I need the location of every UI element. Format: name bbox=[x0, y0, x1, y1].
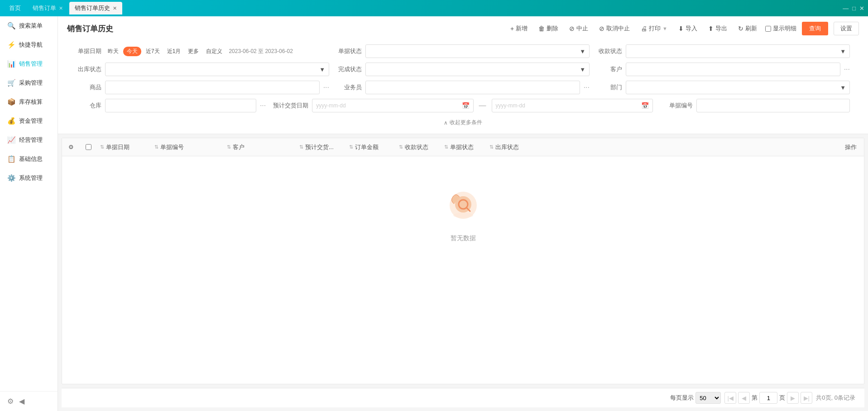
new-button[interactable]: + 新增 bbox=[508, 23, 530, 34]
close-window-button[interactable]: ✕ bbox=[859, 5, 864, 12]
delivery-date-start[interactable]: yyyy-mm-dd 📅 bbox=[312, 99, 473, 112]
settings-button[interactable]: 设置 bbox=[834, 22, 859, 35]
sidebar-item-finance[interactable]: 💰 资金管理 bbox=[0, 111, 58, 131]
complete-status-select[interactable]: ▼ bbox=[365, 63, 590, 76]
th-date[interactable]: ⇅ 单据日期 bbox=[96, 143, 151, 151]
next-page-button[interactable]: ▶ bbox=[787, 392, 799, 404]
show-detail-checkbox-label: 显示明细 bbox=[765, 24, 796, 33]
query-button[interactable]: 查询 bbox=[802, 22, 828, 35]
delete-button[interactable]: 🗑 删除 bbox=[536, 23, 561, 34]
sidebar-item-operations[interactable]: 📈 经营管理 bbox=[0, 131, 58, 150]
salesperson-input[interactable] bbox=[365, 81, 580, 94]
filter-row-4: 仓库 ··· 预计交货日期 yyyy-mm-dd 📅 — yyyy-mm-dd bbox=[76, 99, 850, 112]
product-group: 商品 ··· bbox=[76, 81, 329, 94]
sidebar-item-search-menu[interactable]: 🔍 搜索菜单 bbox=[0, 16, 58, 35]
minimize-button[interactable]: — bbox=[843, 5, 849, 12]
refresh-icon: ↻ bbox=[738, 25, 743, 32]
th-ship-status[interactable]: ⇅ 出库状态 bbox=[486, 143, 531, 151]
select-all-checkbox[interactable] bbox=[86, 144, 91, 150]
warehouse-more-icon[interactable]: ··· bbox=[260, 102, 266, 110]
product-more-icon[interactable]: ··· bbox=[323, 83, 329, 92]
sort-icon-amount: ⇅ bbox=[349, 144, 353, 150]
filter-area: 单据日期 昨天 今天 近7天 近1月 更多 自定义 2023-06-02 至 2… bbox=[67, 40, 859, 134]
sidebar-item-inventory[interactable]: 📦 库存核算 bbox=[0, 92, 58, 111]
product-input[interactable] bbox=[105, 81, 320, 94]
customer-group: 客户 ··· bbox=[597, 63, 850, 76]
date-btn-today[interactable]: 今天 bbox=[123, 47, 141, 56]
ship-status-label: 出库状态 bbox=[76, 65, 101, 73]
date-btn-7days[interactable]: 近7天 bbox=[143, 47, 163, 56]
table-header: ⚙ ⇅ 单据日期 ⇅ 单据编号 ⇅ 客户 ⇅ bbox=[62, 138, 864, 156]
payment-status-select[interactable]: ▼ bbox=[626, 44, 850, 58]
tab-home[interactable]: 首页 bbox=[4, 2, 26, 15]
delivery-date-group: 预计交货日期 yyyy-mm-dd 📅 — yyyy-mm-dd 📅 bbox=[273, 99, 653, 112]
salesperson-group: 业务员 ··· bbox=[336, 81, 590, 94]
date-quick-buttons: 昨天 今天 近7天 近1月 更多 自定义 bbox=[105, 47, 225, 56]
order-no-label: 单据编号 bbox=[660, 102, 693, 110]
print-button[interactable]: 🖨 打印 ▼ bbox=[638, 23, 670, 34]
th-checkbox bbox=[80, 144, 96, 150]
maximize-button[interactable]: □ bbox=[852, 5, 856, 12]
order-no-input[interactable] bbox=[696, 99, 850, 112]
close-tab-sales-order[interactable]: ✕ bbox=[59, 5, 63, 11]
prev-page-button[interactable]: ◀ bbox=[738, 392, 750, 404]
sidebar-item-quick-nav[interactable]: ⚡ 快捷导航 bbox=[0, 35, 58, 54]
refresh-button[interactable]: ↻ 刷新 bbox=[735, 23, 760, 34]
sort-icon-payment: ⇅ bbox=[399, 144, 403, 150]
th-payment[interactable]: ⇅ 收款状态 bbox=[395, 143, 441, 151]
order-status-select[interactable]: ▼ bbox=[365, 44, 590, 58]
date-btn-custom[interactable]: 自定义 bbox=[203, 47, 225, 56]
import-button[interactable]: ⬇ 导入 bbox=[676, 23, 700, 34]
page-number-input[interactable] bbox=[759, 392, 777, 404]
customer-more-icon[interactable]: ··· bbox=[844, 65, 850, 73]
delivery-date-label: 预计交货日期 bbox=[273, 102, 308, 110]
th-delivery[interactable]: ⇅ 预计交货... bbox=[296, 143, 345, 151]
table-area: ⚙ ⇅ 单据日期 ⇅ 单据编号 ⇅ 客户 ⇅ bbox=[62, 138, 864, 384]
th-amount[interactable]: ⇅ 订单金额 bbox=[345, 143, 395, 151]
content-area: 销售订单历史 + 新增 🗑 删除 ⊘ 中止 ⊘ bbox=[58, 16, 868, 411]
ship-status-select[interactable]: ▼ bbox=[105, 63, 329, 76]
th-settings[interactable]: ⚙ bbox=[62, 144, 80, 150]
th-customer[interactable]: ⇅ 客户 bbox=[223, 143, 296, 151]
date-filter-label: 单据日期 bbox=[76, 47, 101, 55]
salesperson-more-icon[interactable]: ··· bbox=[584, 83, 590, 92]
page-title: 销售订单历史 bbox=[67, 24, 113, 34]
svg-point-2 bbox=[453, 213, 473, 218]
warehouse-input[interactable] bbox=[105, 99, 256, 112]
order-status-group: 单据状态 ▼ bbox=[336, 44, 590, 58]
tab-sales-order-history[interactable]: 销售订单历史 ✕ bbox=[69, 2, 122, 15]
date-btn-yesterday[interactable]: 昨天 bbox=[105, 47, 121, 56]
total-records: 共0页, 0条记录 bbox=[816, 394, 855, 402]
th-order-no[interactable]: ⇅ 单据编号 bbox=[151, 143, 223, 151]
cancel-stop-button[interactable]: ⊘ 取消中止 bbox=[596, 23, 633, 34]
page-size-dropdown[interactable]: 10 20 50 100 bbox=[695, 392, 721, 404]
export-icon: ⬆ bbox=[708, 25, 714, 32]
delivery-date-end[interactable]: yyyy-mm-dd 📅 bbox=[492, 99, 653, 112]
sidebar-collapse-icon[interactable]: ◀ bbox=[19, 397, 24, 406]
sidebar-item-base-info[interactable]: 📋 基础信息 bbox=[0, 150, 58, 169]
show-detail-checkbox[interactable] bbox=[765, 26, 771, 32]
sidebar-settings-icon[interactable]: ⚙ bbox=[7, 397, 14, 406]
warehouse-label: 仓库 bbox=[76, 102, 101, 110]
last-page-button[interactable]: ▶| bbox=[801, 392, 812, 404]
date-range-display: 2023-06-02 至 2023-06-02 bbox=[229, 48, 293, 55]
order-status-label: 单据状态 bbox=[336, 47, 362, 55]
customer-input[interactable] bbox=[626, 63, 840, 76]
export-button[interactable]: ⬆ 导出 bbox=[705, 23, 730, 34]
sidebar-item-system[interactable]: ⚙️ 系统管理 bbox=[0, 169, 58, 188]
first-page-button[interactable]: |◀ bbox=[724, 392, 736, 404]
sidebar-item-purchase[interactable]: 🛒 采购管理 bbox=[0, 73, 58, 92]
payment-status-group: 收款状态 ▼ bbox=[597, 44, 850, 58]
date-btn-more[interactable]: 更多 bbox=[185, 47, 201, 56]
collapse-bar[interactable]: ∧ 收起更多条件 bbox=[76, 117, 850, 129]
close-tab-history[interactable]: ✕ bbox=[113, 5, 117, 11]
tab-sales-order[interactable]: 销售订单 ✕ bbox=[27, 2, 68, 15]
chevron-down-icon: ▼ bbox=[580, 48, 585, 55]
stop-button[interactable]: ⊘ 中止 bbox=[566, 23, 591, 34]
sort-icon-ship-status: ⇅ bbox=[489, 144, 494, 150]
th-order-status[interactable]: ⇅ 单据状态 bbox=[441, 143, 486, 151]
date-btn-1month[interactable]: 近1月 bbox=[164, 47, 184, 56]
department-select[interactable]: ▼ bbox=[626, 81, 850, 94]
sidebar-item-sales[interactable]: 📊 销售管理 bbox=[0, 54, 58, 73]
ship-status-group: 出库状态 ▼ bbox=[76, 63, 329, 76]
